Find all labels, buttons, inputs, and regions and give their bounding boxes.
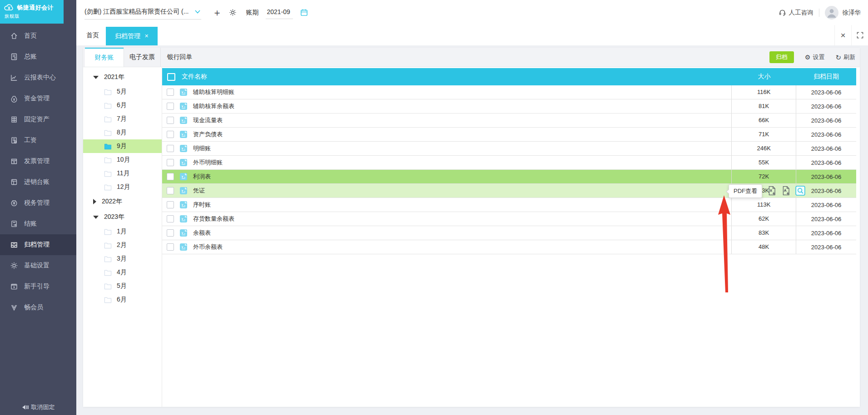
tax-icon xyxy=(10,199,18,207)
table-row-0[interactable]: 辅助核算明细账116K2023-06-06 xyxy=(162,85,856,99)
file-icon xyxy=(179,215,188,223)
sidebar-item-2[interactable]: 云报表中心 xyxy=(0,67,76,88)
file-icon xyxy=(179,173,188,181)
pdf-download-icon[interactable] xyxy=(781,186,791,196)
tree-month-2023年-6月[interactable]: 6月 xyxy=(83,293,162,306)
tree-year-2021年[interactable]: 2021年 xyxy=(83,69,162,85)
subtab-e-invoice[interactable]: 电子发票 xyxy=(124,48,160,67)
tree-month-2023年-2月[interactable]: 2月 xyxy=(83,238,162,252)
settings-icon xyxy=(10,262,18,270)
sidebar-item-3[interactable]: 资金管理 xyxy=(0,88,76,109)
funds-icon xyxy=(10,94,18,103)
tree-month-2021年-6月[interactable]: 6月 xyxy=(83,99,162,112)
tree-month-2023年-4月[interactable]: 4月 xyxy=(83,266,162,279)
tree-month-2023年-1月[interactable]: 1月 xyxy=(83,225,162,238)
excel-download-icon[interactable] xyxy=(767,186,777,196)
tree-month-2021年-10月[interactable]: 10月 xyxy=(83,153,162,167)
table-row-3[interactable]: 资产负债表71K2023-06-06 xyxy=(162,128,856,142)
sidebar-item-4[interactable]: 固定资产 xyxy=(0,109,76,130)
sidebar-item-11[interactable]: 基础设置 xyxy=(0,255,76,276)
sidebar-item-10[interactable]: 归档管理 xyxy=(0,234,76,255)
row-checkbox[interactable] xyxy=(167,243,174,251)
tree-year-2023年[interactable]: 2023年 xyxy=(83,209,162,225)
row-checkbox[interactable] xyxy=(167,131,174,138)
table-row-11[interactable]: 外币余额表48K2023-06-06 xyxy=(162,240,856,254)
tree-month-2021年-8月[interactable]: 8月 xyxy=(83,126,162,139)
archive-subtabs: 财务账 电子发票 银行回单 归档 ⚙ 设置 ↻ 刷新 xyxy=(83,48,860,67)
table-row-4[interactable]: 明细账246K2023-06-06 xyxy=(162,142,856,156)
table-row-5[interactable]: 外币明细账55K2023-06-06 xyxy=(162,156,856,170)
table-row-1[interactable]: 辅助核算余额表81K2023-06-06 xyxy=(162,99,856,114)
gear-icon: ⚙ xyxy=(805,54,811,61)
row-checkbox[interactable] xyxy=(167,173,174,180)
folder-icon xyxy=(104,116,112,123)
archive-date: 2023-06-06 xyxy=(796,216,856,222)
folder-icon xyxy=(104,157,112,163)
row-checkbox[interactable] xyxy=(167,159,174,166)
subtab-bank-receipt[interactable]: 银行回单 xyxy=(160,48,198,67)
table-row-6[interactable]: 利润表72K2023-06-06 xyxy=(162,170,856,184)
settings-button[interactable]: ⚙ 设置 xyxy=(805,53,825,61)
chevron-right-icon xyxy=(93,199,96,204)
member-icon xyxy=(10,303,18,311)
company-selector[interactable]: (勿删) 江西服宝精品有限责任公司 (... xyxy=(84,6,201,20)
user-name: 徐泽华 xyxy=(843,9,861,17)
sidebar-item-5[interactable]: 工资 xyxy=(0,130,76,151)
row-checkbox[interactable] xyxy=(167,145,174,152)
row-checkbox[interactable] xyxy=(167,89,174,96)
sidebar-item-1[interactable]: 总账 xyxy=(0,46,76,67)
subtab-finance-ledger[interactable]: 财务账 xyxy=(85,48,124,67)
sidebar-item-12[interactable]: 新手引导 xyxy=(0,276,76,297)
sidebar-item-6[interactable]: 发票管理 xyxy=(0,151,76,172)
file-name: 凭证 xyxy=(193,187,205,195)
pdf-view-icon[interactable] xyxy=(795,186,805,196)
sidebar-item-0[interactable]: 首页 xyxy=(0,25,76,46)
select-all-checkbox[interactable] xyxy=(167,73,175,81)
close-all-tabs-button[interactable]: × xyxy=(834,25,851,45)
file-icon xyxy=(179,116,188,124)
row-checkbox[interactable] xyxy=(167,117,174,124)
tree-year-2022年[interactable]: 2022年 xyxy=(83,194,162,209)
tree-month-2023年-3月[interactable]: 3月 xyxy=(83,252,162,266)
row-checkbox[interactable] xyxy=(167,201,174,208)
archive-date: 2023-06-06 xyxy=(796,145,856,152)
sidebar-item-8[interactable]: 税务管理 xyxy=(0,193,76,213)
sidebar-item-13[interactable]: 畅会员 xyxy=(0,297,76,318)
archive-button[interactable]: 归档 xyxy=(769,51,794,63)
row-checkbox[interactable] xyxy=(167,103,174,110)
close-tab-icon[interactable]: ✕ xyxy=(144,33,149,39)
tree-month-2021年-9月[interactable]: 9月 xyxy=(83,139,162,153)
fixed-assets-icon xyxy=(10,115,18,124)
table-row-8[interactable]: 序时账113K2023-06-06 xyxy=(162,198,856,212)
calendar-icon[interactable] xyxy=(300,9,308,16)
headset-icon xyxy=(779,9,786,16)
sidebar-menu: 首页总账云报表中心资金管理固定资产工资发票管理进销台账税务管理结账归档管理基础设… xyxy=(0,25,76,318)
account-settings-icon[interactable] xyxy=(229,9,237,16)
tree-month-2021年-12月[interactable]: 12月 xyxy=(83,180,162,194)
tree-month-2021年-11月[interactable]: 11月 xyxy=(83,167,162,180)
archive-date: 2023-06-06 xyxy=(796,244,856,251)
fullscreen-button[interactable] xyxy=(851,25,868,45)
tree-month-2021年-7月[interactable]: 7月 xyxy=(83,112,162,126)
sidebar-item-7[interactable]: 进销台账 xyxy=(0,172,76,193)
file-size: 62K xyxy=(732,212,796,226)
table-row-2[interactable]: 现金流量表66K2023-06-06 xyxy=(162,114,856,128)
live-support-link[interactable]: 人工咨询 xyxy=(779,9,813,17)
row-checkbox[interactable] xyxy=(167,229,174,237)
unpin-sidebar-button[interactable]: 取消固定 xyxy=(0,403,76,411)
tab-home[interactable]: 首页 xyxy=(86,25,99,45)
tree-month-2021年-5月[interactable]: 5月 xyxy=(83,85,162,99)
table-row-9[interactable]: 存货数量余额表62K2023-06-06 xyxy=(162,212,856,226)
table-row-10[interactable]: 余额表83K2023-06-06 xyxy=(162,226,856,240)
user-menu[interactable]: 徐泽华 xyxy=(825,6,861,20)
archive-date: 2023-06-06 xyxy=(796,89,856,96)
tab-archive-management[interactable]: 归档管理 ✕ xyxy=(106,27,158,45)
tree-month-2023年-5月[interactable]: 5月 xyxy=(83,279,162,293)
refresh-button[interactable]: ↻ 刷新 xyxy=(835,53,855,61)
row-checkbox[interactable] xyxy=(167,187,174,194)
period-value[interactable]: 2021-09 xyxy=(266,6,293,19)
sidebar-item-9[interactable]: 结账 xyxy=(0,213,76,234)
row-checkbox[interactable] xyxy=(167,215,174,222)
file-size: 81K xyxy=(732,99,796,113)
add-account-button[interactable]: ＋ xyxy=(212,8,222,17)
